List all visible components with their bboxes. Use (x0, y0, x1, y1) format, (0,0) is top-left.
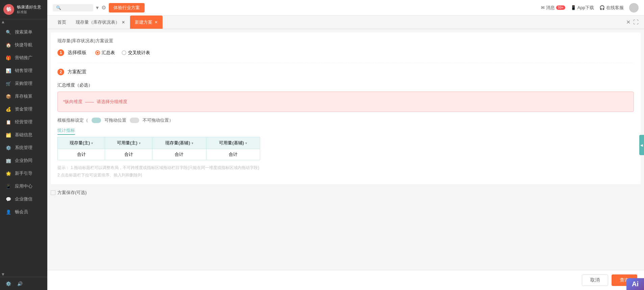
tab-home[interactable]: 首页 (53, 16, 71, 29)
col3-label: 现存量(基辅) (165, 140, 190, 146)
cancel-button[interactable]: 取消 (582, 274, 608, 286)
sidebar-item-purchase[interactable]: 🛒 采购管理 (0, 77, 47, 90)
indicator-settings-row: 模板指标设定（ 可拖动位置 不可拖动位置） (57, 117, 634, 123)
sidebar-item-label: 应用中心 (15, 183, 32, 189)
col1-chevron-icon: ▾ (91, 141, 93, 145)
sidebar: 畅 畅康通好生意 标准版 ▲ 🔍 搜索菜单 🏠 快捷导航 🎁 营销推广 📊 销售… (0, 0, 47, 290)
ai-badge[interactable]: Ai (626, 278, 644, 290)
gear-icon: ⚙️ (5, 145, 11, 151)
message-button[interactable]: ✉ 消息 99+ (541, 5, 565, 11)
speaker-icon[interactable]: 🔊 (17, 281, 23, 287)
sidebar-item-label: 搜索菜单 (15, 29, 32, 35)
sidebar-item-label: 销售管理 (15, 68, 32, 74)
radio-cross-circle (122, 50, 126, 55)
sidebar-item-guide[interactable]: 🌟 新手引导 (0, 167, 47, 180)
tab-inventory-close-icon[interactable]: ✕ (122, 20, 125, 25)
cell-r1c2: 合计 (105, 149, 152, 160)
col2-label: 可用量(主) (117, 140, 138, 146)
sidebar-item-enterprise[interactable]: 🏢 企业协同 (0, 154, 47, 167)
sidebar-item-label: 企业协同 (15, 158, 32, 164)
dimension-arrow: —— (85, 99, 94, 104)
sidebar-item-system[interactable]: ⚙️ 系统管理 (0, 141, 47, 154)
step1-row: 1 选择模板 汇总表 交叉统计表 (57, 49, 634, 56)
sidebar-item-nav[interactable]: 🏠 快捷导航 (0, 39, 47, 51)
col2-header[interactable]: 可用量(主) ▾ (105, 137, 152, 149)
step2-row: 2 方案配置 (57, 69, 634, 75)
save-scheme-row: 方案保存(可选) (51, 190, 641, 196)
sidebar-item-wechat[interactable]: 💬 企业微信 (0, 193, 47, 206)
step1-badge: 1 (57, 49, 64, 56)
sidebar-item-finance[interactable]: 💰 资金管理 (0, 103, 47, 116)
cart-icon: 🛒 (5, 80, 11, 87)
sidebar-item-label: 企业微信 (15, 196, 32, 202)
home-icon: 🏠 (5, 42, 11, 48)
search-bar[interactable]: 🔍 (53, 4, 93, 11)
box-icon: 📦 (5, 93, 11, 99)
user-icon: 👤 (5, 209, 11, 215)
col3-header[interactable]: 现存量(基辅) ▾ (152, 137, 206, 149)
sidebar-item-member[interactable]: 👤 畅会员 (0, 206, 47, 218)
sidebar-item-inventory[interactable]: 📦 库存核算 (0, 90, 47, 103)
sidebar-nav: 🔍 搜索菜单 🏠 快捷导航 🎁 营销推广 📊 销售管理 🛒 采购管理 📦 库存核… (0, 24, 47, 272)
col4-chevron-icon: ▾ (245, 141, 247, 145)
sidebar-item-label: 经营管理 (15, 119, 32, 125)
non-draggable-indicator (130, 118, 139, 123)
sidebar-item-label: 新手引导 (15, 170, 32, 176)
settings-icon[interactable]: ⚙️ (5, 281, 11, 287)
dimension-box[interactable]: *纵向维度 —— 请选择分组维度 (57, 92, 634, 112)
sidebar-scroll-up[interactable]: ▲ (0, 19, 6, 24)
sidebar-item-label: 系统管理 (15, 145, 32, 151)
tab-inventory[interactable]: 现存量（库存状况表） ✕ (71, 16, 130, 29)
sidebar-item-search[interactable]: 🔍 搜索菜单 (0, 26, 47, 39)
online-service-button[interactable]: 🎧 在线客服 (599, 5, 624, 11)
tabs-controls: ✕ ⛶ (626, 19, 639, 25)
stats-table: 现存量(主) ▾ 可用量(主) ▾ 现存量(基辅 (57, 137, 260, 160)
draggable-label: 可拖动位置 (104, 117, 126, 123)
app-download-label: App下载 (577, 5, 594, 11)
template-radio-group: 汇总表 交叉统计表 (95, 50, 150, 56)
building-icon: 🏢 (5, 158, 11, 164)
sidebar-item-appstore[interactable]: 📱 应用中心 (0, 180, 47, 193)
right-edge-tab[interactable]: ◀ (639, 135, 644, 155)
radio-summary[interactable]: 汇总表 (95, 50, 115, 56)
tips-section: 提示： 1.拖动标题栏可以调整布局，不可跨维度或指标区域拖动栏目字段(只能在同一… (57, 164, 634, 179)
radio-cross[interactable]: 交叉统计表 (122, 50, 150, 56)
industry-solution-button[interactable]: 体验行业方案 (109, 3, 145, 13)
sidebar-item-sales[interactable]: 📊 销售管理 (0, 64, 47, 77)
sidebar-logo: 畅 畅康通好生意 标准版 (0, 0, 47, 19)
user-avatar[interactable] (629, 3, 639, 13)
folder-icon: 🗂️ (5, 132, 11, 138)
sidebar-item-marketing[interactable]: 🎁 营销推广 (0, 51, 47, 64)
sidebar-item-label: 畅会员 (15, 209, 28, 215)
app-download-button[interactable]: 📱 App下载 (571, 5, 594, 11)
cell-r1c3: 合计 (152, 149, 206, 160)
col1-label: 现存量(主) (70, 140, 90, 146)
radio-summary-circle (95, 50, 100, 55)
tab-new-scheme-label: 新建方案 (135, 19, 152, 25)
topbar-gear-icon[interactable]: ⚙ (101, 4, 106, 11)
chat-icon: 💬 (5, 196, 11, 202)
tabs-bar: 首页 现存量（库存状况表） ✕ 新建方案 ✕ ✕ ⛶ (47, 16, 644, 29)
tip1-text: 提示： 1.拖动标题栏可以调整布局，不可跨维度或指标区域拖动栏目字段(只能在同一… (57, 164, 634, 172)
sidebar-scroll-down[interactable]: ▼ (0, 272, 6, 277)
save-scheme-checkbox[interactable] (51, 190, 55, 195)
tab-new-scheme[interactable]: 新建方案 ✕ (130, 16, 163, 29)
message-label: 消息 (546, 5, 555, 11)
expand-tab-button[interactable]: ⛶ (633, 19, 639, 25)
topbar-dropdown-icon[interactable]: ▾ (96, 4, 99, 11)
money-icon: 💰 (5, 106, 11, 112)
tab-new-scheme-close-icon[interactable]: ✕ (154, 20, 158, 25)
col4-header[interactable]: 可用量(基辅) ▾ (206, 137, 260, 149)
stats-section-label: 统计指标 (57, 127, 75, 135)
clipboard-icon: 📋 (5, 119, 11, 125)
app-tag: 标准版 (17, 10, 41, 15)
col1-header[interactable]: 现存量(主) ▾ (58, 137, 105, 149)
draggable-indicator (92, 118, 101, 123)
close-tab-button[interactable]: ✕ (626, 19, 630, 25)
sidebar-footer: ⚙️ 🔊 (0, 277, 47, 290)
message-badge: 99+ (556, 5, 565, 10)
cell-r1c4: 合计 (206, 149, 260, 160)
app-name: 畅康通好生意 (17, 4, 41, 10)
sidebar-item-basic[interactable]: 🗂️ 基础信息 (0, 128, 47, 141)
sidebar-item-management[interactable]: 📋 经营管理 (0, 116, 47, 128)
